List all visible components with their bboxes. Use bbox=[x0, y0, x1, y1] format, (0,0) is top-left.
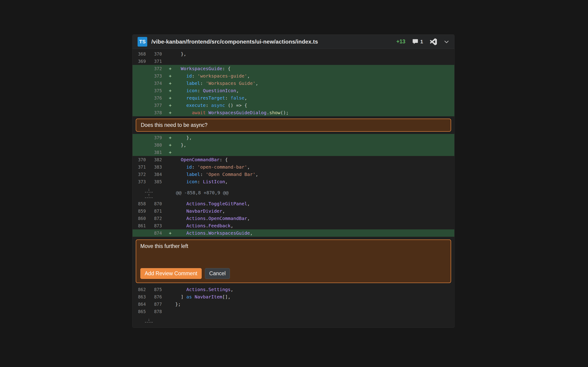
line-number-old bbox=[132, 80, 149, 87]
diff-row[interactable]: 859871 NavbarDivider, bbox=[132, 207, 454, 215]
diff-row[interactable]: 371383 id: 'open-command-bar', bbox=[132, 163, 454, 171]
line-number-old: 373 bbox=[132, 178, 149, 185]
diff-marker: + bbox=[165, 72, 175, 80]
expand-down-button[interactable]: ↓ bbox=[145, 318, 153, 323]
line-number-new: 877 bbox=[149, 300, 165, 308]
token-id: WorkspacesGuideDialog bbox=[208, 110, 267, 115]
diff-row[interactable]: 369371 bbox=[132, 58, 454, 65]
line-number-new: 875 bbox=[149, 286, 165, 293]
line-number-old: 865 bbox=[132, 308, 149, 315]
collapse-chevron-down-icon[interactable] bbox=[444, 39, 449, 44]
diff-row[interactable]: 865878 bbox=[132, 308, 454, 315]
code-line: id: 'open-command-bar', bbox=[175, 163, 454, 171]
additions-count: +13 bbox=[397, 39, 405, 45]
code-line: requiresTarget: false, bbox=[175, 94, 454, 102]
diff-hunk-row: ↓↑@@ -858,8 +870,9 @@ bbox=[132, 185, 454, 200]
diff-marker bbox=[165, 50, 175, 58]
line-number-old: 369 bbox=[132, 58, 149, 65]
diff-row[interactable]: 374+ label: 'Workspaces Guide', bbox=[132, 80, 454, 87]
line-number-new: 873 bbox=[149, 222, 165, 229]
token-p bbox=[175, 216, 186, 221]
token-st: 'Open Command Bar' bbox=[206, 172, 255, 177]
diff-row[interactable]: 372384 label: 'Open Command Bar', bbox=[132, 171, 454, 178]
token-p: : bbox=[197, 88, 203, 93]
token-fn: show bbox=[269, 110, 280, 115]
comment-bubble-icon bbox=[412, 39, 418, 45]
token-id: ListIcon bbox=[203, 179, 225, 184]
diff-row[interactable]: 370382 OpenCommandBar: { bbox=[132, 156, 454, 163]
line-number-old: 859 bbox=[132, 207, 149, 215]
diff-row[interactable]: 375+ icon: QuestionIcon, bbox=[132, 87, 454, 94]
diff-marker: + bbox=[165, 102, 175, 109]
diff-row[interactable]: 858870 Actions.ToggleGitPanel, bbox=[132, 200, 454, 207]
diff-marker bbox=[165, 207, 175, 215]
diff-row[interactable]: 378+ await WorkspacesGuideDialog.show(); bbox=[132, 109, 454, 116]
diff-marker bbox=[165, 171, 175, 178]
token-id: NavbarDivider bbox=[186, 208, 222, 214]
token-p bbox=[175, 81, 186, 86]
diff-row[interactable]: 377+ execute: async () => { bbox=[132, 102, 454, 109]
line-number-old: 368 bbox=[132, 50, 149, 58]
diff-row[interactable]: 860872 Actions.OpenCommandBar, bbox=[132, 215, 454, 222]
token-p: . bbox=[267, 110, 269, 115]
comment-input[interactable]: Move this further left bbox=[140, 243, 447, 268]
diff-row[interactable]: 372+ WorkspacesGuide: { bbox=[132, 65, 454, 72]
code-line: Actions.ToggleGitPanel, bbox=[175, 200, 454, 207]
token-id: NavbarItem bbox=[195, 294, 222, 300]
expand-up-button[interactable]: ↑ bbox=[145, 193, 153, 198]
code-line: icon: QuestionIcon, bbox=[175, 87, 454, 94]
diff-row[interactable]: 373385 icon: ListIcon, bbox=[132, 178, 454, 185]
token-id: OpenCommandBar bbox=[208, 216, 247, 221]
diff-marker: + bbox=[165, 87, 175, 94]
token-id: Feedback bbox=[208, 223, 231, 228]
code-line: Actions.Settings, bbox=[175, 286, 454, 293]
diff-row[interactable]: 863876 ] as NavbarItem[], bbox=[132, 293, 454, 300]
diff-row[interactable]: 373+ id: 'workspaces-guide', bbox=[132, 72, 454, 80]
open-in-vscode-button[interactable] bbox=[430, 38, 437, 45]
comment-count-badge: 1 bbox=[412, 39, 423, 45]
code-line: icon: ListIcon, bbox=[175, 178, 454, 185]
header-actions: +13 1 bbox=[397, 38, 449, 45]
expand-down-button[interactable]: ↓ bbox=[145, 188, 153, 192]
diff-header: TS /vibe-kanban/frontend/src/components/… bbox=[132, 35, 454, 49]
code-line: }; bbox=[175, 300, 454, 308]
diff-body: 368370 },369371372+ WorkspacesGuide: {37… bbox=[132, 49, 454, 327]
diff-row[interactable]: 380+ }, bbox=[132, 141, 454, 149]
token-id: Settings bbox=[208, 287, 231, 292]
add-review-comment-button[interactable]: Add Review Comment bbox=[140, 268, 202, 279]
token-pr: icon bbox=[186, 179, 197, 184]
token-p: , bbox=[225, 179, 228, 184]
token-p bbox=[175, 66, 181, 71]
token-p: }, bbox=[175, 51, 186, 57]
diff-marker: + bbox=[165, 149, 175, 156]
token-p: . bbox=[206, 230, 208, 236]
diff-row[interactable]: 379+ }, bbox=[132, 134, 454, 141]
token-p: , bbox=[236, 88, 239, 93]
cancel-button[interactable]: Cancel bbox=[205, 268, 230, 279]
diff-row[interactable]: 864877}; bbox=[132, 300, 454, 308]
diff-row[interactable]: 862875 Actions.Settings, bbox=[132, 286, 454, 293]
line-number-new: 377 bbox=[149, 102, 165, 109]
diff-row[interactable]: 861873 Actions.Feedback, bbox=[132, 222, 454, 229]
line-number-new: 872 bbox=[149, 215, 165, 222]
token-p: , bbox=[255, 172, 258, 177]
code-line: }, bbox=[175, 50, 454, 58]
diff-row[interactable]: 874+ Actions.WorkspacesGuide, bbox=[132, 229, 454, 237]
code-line: label: 'Workspaces Guide', bbox=[175, 80, 454, 87]
line-number-old: 371 bbox=[132, 163, 149, 171]
token-pr: requiresTarget bbox=[186, 95, 225, 101]
token-p: . bbox=[206, 287, 208, 292]
diff-row[interactable]: 376+ requiresTarget: false, bbox=[132, 94, 454, 102]
diff-marker bbox=[165, 293, 175, 300]
token-id: Actions bbox=[186, 230, 206, 236]
token-p: : bbox=[200, 81, 206, 86]
diff-row[interactable]: 368370 }, bbox=[132, 50, 454, 58]
review-comment[interactable]: Does this need to be async? bbox=[136, 119, 451, 132]
diff-row[interactable]: 381+ bbox=[132, 149, 454, 156]
line-number-old bbox=[132, 134, 149, 141]
line-number-old bbox=[132, 109, 149, 116]
line-number-new: 376 bbox=[149, 94, 165, 102]
code-line: OpenCommandBar: { bbox=[175, 156, 454, 163]
token-p: }, bbox=[175, 142, 186, 148]
line-number-new: 374 bbox=[149, 80, 165, 87]
